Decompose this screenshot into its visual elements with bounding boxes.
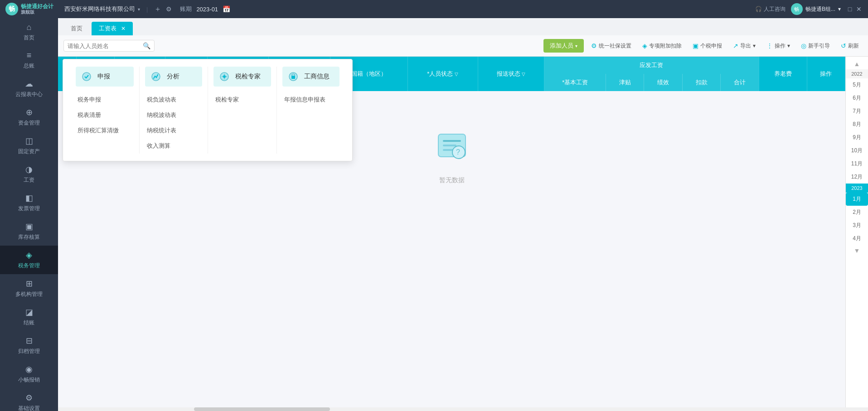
tax-icon: ◈ (26, 250, 32, 260)
sidebar-label-archive: 归档管理 (18, 348, 40, 355)
analysis-icon (149, 69, 163, 84)
menu-item-tax-declaration[interactable]: 税务申报 (76, 92, 134, 107)
top-header: 畅 畅捷通好会计 旗舰版 西安虾米网络科技有限公司 ▾ | ＋ ⚙ 账期 202… (0, 0, 868, 18)
company-selector[interactable]: 西安虾米网络科技有限公司 ▾ (64, 5, 140, 13)
period-label: 账期 (180, 5, 192, 13)
new-guide-label: 新手引导 (808, 42, 830, 50)
scroll-thumb[interactable] (194, 407, 330, 411)
month-10[interactable]: 10月 (846, 144, 868, 157)
tax-dropdown-menu: 申报 税务申报 税表清册 所得税汇算清缴 分析 税负波动表 纳税波动表 纳税统计… (63, 59, 353, 161)
month-1[interactable]: 1月 (846, 193, 868, 206)
sidebar-item-tax[interactable]: ◈ 税务管理 (0, 246, 58, 274)
search-wrapper: 🔍 (63, 40, 155, 52)
special-deduction-action[interactable]: ◈ 专项附加扣除 (639, 40, 685, 52)
support-button[interactable]: 🎧 人工咨询 (755, 5, 786, 13)
month-4-2023[interactable]: 4月 (846, 232, 868, 245)
month-6[interactable]: 6月 (846, 92, 868, 105)
tab-close-icon[interactable]: ✕ (121, 25, 126, 32)
tab-payroll[interactable]: 工资表 ✕ (92, 22, 133, 35)
logo-main: 畅捷通好会计 (21, 3, 53, 10)
sidebar-label-payroll: 工资 (24, 176, 34, 184)
year-section-2022: 2022 5月 6月 7月 8月 9月 10月 11月 12月 (846, 69, 868, 184)
svg-point-6 (82, 73, 91, 81)
sidebar-item-mini-report[interactable]: ◉ 小畅报销 (0, 360, 58, 388)
col-allowance: 津贴 (606, 74, 644, 91)
sidebar-item-home[interactable]: ⌂ 首页 (0, 18, 58, 46)
col-total: 合计 (721, 74, 759, 91)
refresh-action[interactable]: ↺ 刷新 (837, 40, 863, 52)
menu-section-analysis: 分析 税负波动表 纳税波动表 纳税统计表 收入测算 (139, 67, 208, 154)
month-8[interactable]: 8月 (846, 118, 868, 131)
month-7[interactable]: 7月 (846, 105, 868, 118)
menu-header-tax-expert: 税检专家 (213, 67, 271, 87)
logo-icon: 畅 (5, 3, 18, 15)
menu-header-business: 工商信息 (282, 67, 340, 87)
sidebar-item-basic-settings[interactable]: ⚙ 基础设置 (0, 388, 58, 411)
menu-item-income-tax[interactable]: 所得税汇算清缴 (76, 123, 134, 138)
social-insurance-action[interactable]: ⚙ 统一社保设置 (587, 40, 635, 52)
col-report-status[interactable]: 报送状态 ▽ (478, 57, 544, 91)
export-action[interactable]: ↗ 导出 ▾ (729, 40, 759, 52)
sidebar-item-invoice[interactable]: ◧ 发票管理 (0, 189, 58, 217)
operations-label: 操作 (775, 42, 786, 50)
sidebar-item-cloud-report[interactable]: ☁ 云报表中心 (0, 74, 58, 103)
sidebar-item-general-ledger[interactable]: ≡ 总账 (0, 46, 58, 74)
month-12[interactable]: 12月 (846, 170, 868, 184)
sidebar-label-closing: 结账 (24, 319, 34, 327)
svg-rect-2 (443, 145, 456, 146)
menu-header-declaration: 申报 (76, 67, 134, 87)
tax-return-action[interactable]: ▣ 个税申报 (689, 40, 726, 52)
sidebar-item-fund[interactable]: ⊕ 资金管理 (0, 103, 58, 131)
month-2-2023[interactable]: 2月 (846, 206, 868, 219)
payroll-icon: ◑ (25, 164, 33, 174)
menu-item-tax-table[interactable]: 税表清册 (76, 107, 134, 123)
month-9[interactable]: 9月 (846, 131, 868, 144)
svg-text:?: ? (456, 148, 460, 156)
sidebar-label-fund: 资金管理 (18, 119, 40, 127)
restore-button[interactable]: □ (846, 5, 853, 13)
sidebar-item-multi-org[interactable]: ⊞ 多机构管理 (0, 274, 58, 303)
svg-rect-1 (443, 140, 461, 142)
mini-report-icon: ◉ (25, 364, 33, 374)
month-5[interactable]: 5月 (846, 78, 868, 92)
menu-grid: 申报 税务申报 税表清册 所得税汇算清缴 分析 税负波动表 纳税波动表 纳税统计… (70, 67, 345, 154)
date-nav-up[interactable]: ▲ (852, 58, 862, 69)
menu-item-annual-report[interactable]: 年报信息申报表 (282, 92, 340, 107)
sidebar-label-tax: 税务管理 (18, 262, 40, 270)
dropdown-arrow-icon: ▾ (575, 44, 577, 48)
add-company-icon[interactable]: ＋ (154, 5, 161, 14)
menu-section-business-info: 工商信息 年报信息申报表 (276, 67, 345, 154)
calendar-icon[interactable]: 📅 (223, 5, 230, 13)
horizontal-scrollbar[interactable] (58, 407, 868, 411)
cloud-icon: ☁ (25, 79, 33, 89)
sidebar-label-ledger: 总账 (24, 62, 34, 70)
tab-home[interactable]: 首页 (63, 22, 90, 35)
company-name: 西安虾米网络科技有限公司 (64, 5, 135, 13)
sidebar-item-payroll[interactable]: ◑ 工资 (0, 160, 58, 189)
sidebar-item-archive[interactable]: ⊟ 归档管理 (0, 331, 58, 360)
operations-icon: ⋮ (766, 42, 773, 49)
logo-text: 畅捷通好会计 旗舰版 (21, 3, 53, 15)
menu-item-tax-burden[interactable]: 税负波动表 (145, 92, 203, 107)
tab-bar: 首页 工资表 ✕ (58, 18, 868, 35)
date-nav-down[interactable]: ▼ (852, 245, 862, 256)
month-11[interactable]: 11月 (846, 157, 868, 170)
search-input[interactable] (68, 43, 140, 49)
sidebar-item-fixed-assets[interactable]: ◫ 固定资产 (0, 131, 58, 160)
menu-header-analysis: 分析 (145, 67, 203, 87)
home-icon: ⌂ (27, 23, 32, 32)
menu-item-tax-check[interactable]: 税检专家 (213, 92, 271, 107)
sidebar-item-closing[interactable]: ◪ 结账 (0, 303, 58, 331)
settings-icon[interactable]: ⚙ (166, 5, 172, 13)
col-person-status[interactable]: *人员状态 ▽ (407, 57, 478, 91)
menu-item-tax-payment[interactable]: 纳税波动表 (145, 107, 203, 123)
month-3-2023[interactable]: 3月 (846, 219, 868, 232)
operations-action[interactable]: ⋮ 操作 ▾ (763, 40, 794, 52)
user-area[interactable]: 畅 畅捷通B组... ▾ (791, 3, 841, 15)
sidebar-item-inventory[interactable]: ▣ 库存核算 (0, 217, 58, 246)
new-guide-action[interactable]: ◎ 新手引导 (797, 40, 834, 52)
close-button[interactable]: ✕ (855, 5, 863, 13)
menu-item-income-est[interactable]: 收入测算 (145, 138, 203, 154)
add-person-button[interactable]: 添加人员 ▾ (543, 39, 584, 53)
menu-item-tax-stats[interactable]: 纳税统计表 (145, 123, 203, 138)
